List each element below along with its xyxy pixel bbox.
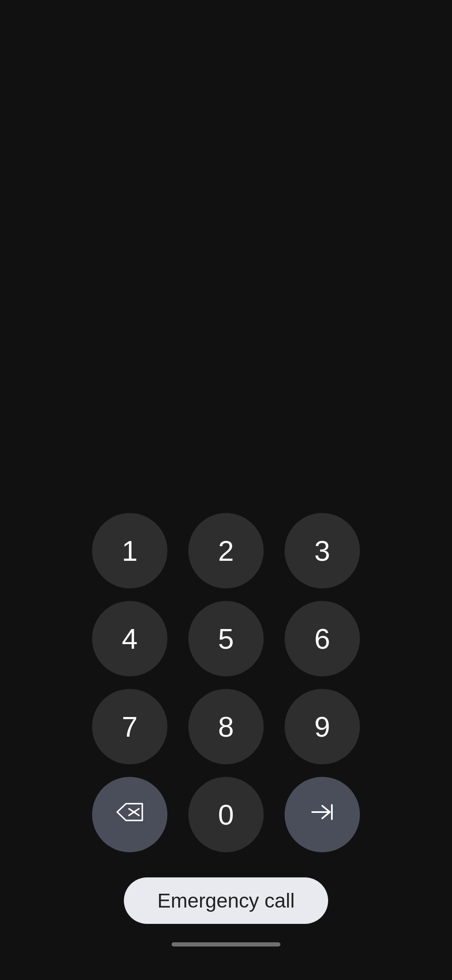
key-1[interactable]: 1 <box>92 513 167 588</box>
keypad-area: 1 2 3 4 5 6 7 <box>92 513 360 852</box>
arrow-button[interactable] <box>285 777 360 852</box>
key-7[interactable]: 7 <box>92 689 167 764</box>
key-4[interactable]: 4 <box>92 601 167 676</box>
key-3[interactable]: 3 <box>285 513 360 588</box>
backspace-icon <box>115 802 144 828</box>
key-0[interactable]: 0 <box>188 777 264 852</box>
keypad-row-1: 1 2 3 <box>92 513 360 588</box>
key-5[interactable]: 5 <box>188 601 264 676</box>
key-8[interactable]: 8 <box>188 689 264 764</box>
home-indicator <box>172 942 280 946</box>
key-9[interactable]: 9 <box>285 689 360 764</box>
arrow-right-icon <box>309 802 336 828</box>
keypad-row-3: 7 8 9 <box>92 689 360 764</box>
emergency-call-button[interactable]: Emergency call <box>124 877 328 924</box>
key-6[interactable]: 6 <box>285 601 360 676</box>
keypad-row-4: 0 <box>92 777 360 852</box>
key-2[interactable]: 2 <box>188 513 264 588</box>
backspace-button[interactable] <box>92 777 167 852</box>
keypad-row-2: 4 5 6 <box>92 601 360 676</box>
phone-screen: 1 2 3 4 5 6 7 <box>0 0 452 980</box>
